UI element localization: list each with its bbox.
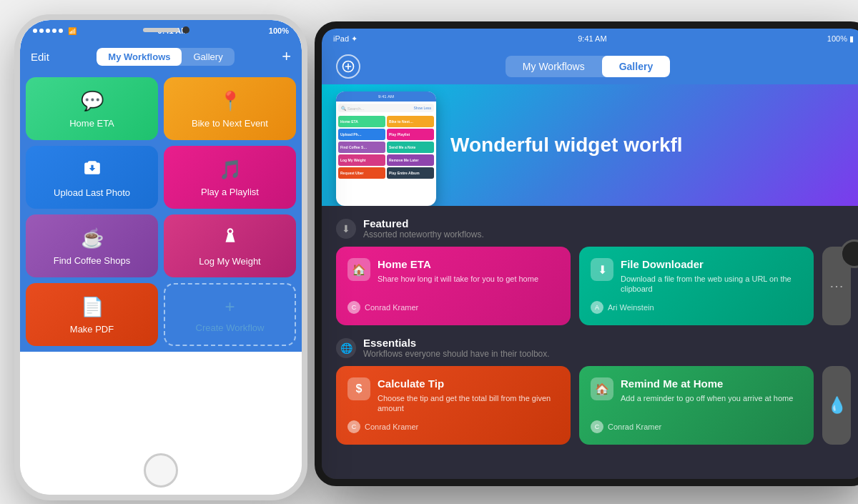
file-dl-author: Ari Weinstein bbox=[608, 303, 654, 312]
phone-frame: 📶 9:41 AM 100% Edit My Workflows Gallery… bbox=[14, 14, 307, 500]
pdf-label: Make PDF bbox=[70, 324, 114, 335]
remind-home-card[interactable]: 🏠 Remind Me at Home Add a reminder to go… bbox=[579, 366, 814, 445]
edit-button[interactable]: Edit bbox=[31, 51, 49, 63]
phone-speaker bbox=[143, 28, 179, 32]
home-eta-author: Conrad Kramer bbox=[365, 303, 418, 312]
remind-home-header: 🏠 Remind Me at Home Add a reminder to go… bbox=[591, 377, 802, 403]
phone-screen: 📶 9:41 AM 100% Edit My Workflows Gallery… bbox=[20, 20, 302, 495]
ipad-time: 9:41 AM bbox=[578, 34, 606, 43]
remind-home-author: Conrad Kramer bbox=[608, 423, 661, 431]
featured-subtitle: Assorted noteworthy workflows. bbox=[363, 229, 484, 239]
featured-section-header: ⬇ Featured Assorted noteworthy workflows… bbox=[336, 217, 851, 239]
upload-label: Upload Last Photo bbox=[54, 187, 130, 199]
pdf-icon: 📄 bbox=[81, 296, 104, 318]
play-label: Play a Playlist bbox=[201, 187, 259, 198]
hero-screenshot-preview: 9:41 AM 🔍 Search... Show Less Home ETA B… bbox=[336, 92, 436, 206]
ss-tile-6: Send Me a Note bbox=[387, 142, 434, 153]
create-plus-icon: + bbox=[225, 297, 235, 317]
essentials-card-row: $ Calculate Tip Choose the tip and get t… bbox=[336, 366, 851, 445]
essentials-section-info: Essentials Workflows everyone should hav… bbox=[363, 337, 550, 359]
calc-tip-text: Calculate Tip Choose the tip and get the… bbox=[378, 377, 559, 414]
tile-find-coffee[interactable]: ☕ Find Coffee Shops bbox=[26, 214, 158, 277]
essentials-icon: 🌐 bbox=[336, 338, 356, 358]
ss-tile-1: Home ETA bbox=[338, 116, 385, 127]
tile-create-workflow[interactable]: + Create Workflow bbox=[164, 283, 296, 346]
hero-headline: Wonderful widget workfl bbox=[450, 84, 697, 206]
essentials-subtitle: Workflows everyone should have in their … bbox=[363, 349, 550, 359]
essentials-overflow-card: 💧 bbox=[822, 366, 851, 445]
remind-home-footer: C Conrad Kramer bbox=[591, 420, 802, 433]
tile-log-weight[interactable]: Log My Weight bbox=[164, 214, 296, 277]
bike-label: Bike to Next Event bbox=[192, 118, 268, 129]
file-dl-icon: ⬇ bbox=[591, 258, 613, 281]
essentials-title: Essentials bbox=[363, 337, 550, 349]
file-dl-title: File Downloader bbox=[621, 258, 802, 271]
calc-tip-header: $ Calculate Tip Choose the tip and get t… bbox=[347, 377, 559, 414]
tile-make-pdf[interactable]: 📄 Make PDF bbox=[26, 283, 158, 346]
weight-icon bbox=[221, 227, 240, 250]
home-button[interactable] bbox=[144, 453, 178, 488]
phone-nav-bar: Edit My Workflows Gallery + bbox=[20, 41, 302, 71]
bike-icon: 📍 bbox=[219, 90, 242, 112]
remind-home-avatar: C bbox=[591, 420, 603, 433]
music-icon: 🎵 bbox=[219, 159, 242, 181]
ipad-frame: iPad ✦ 9:41 AM 100% ▮ My Workflows Galle… bbox=[315, 21, 858, 486]
tile-home-eta[interactable]: 💬 Home ETA bbox=[26, 77, 158, 140]
calc-tip-card[interactable]: $ Calculate Tip Choose the tip and get t… bbox=[336, 366, 571, 445]
tile-bike-next[interactable]: 📍 Bike to Next Event bbox=[164, 77, 296, 140]
remind-home-desc: Add a reminder to go off when you arrive… bbox=[621, 393, 793, 403]
coffee-label: Find Coffee Shops bbox=[54, 255, 130, 267]
ipad-tab-gallery[interactable]: Gallery bbox=[602, 56, 670, 77]
ipad-status-left: iPad ✦ bbox=[333, 34, 358, 44]
calc-tip-footer: C Conrad Kramer bbox=[347, 420, 559, 433]
home-eta-card-text: Home ETA Share how long it will take for… bbox=[378, 258, 538, 284]
home-eta-card-desc: Share how long it will take for you to g… bbox=[378, 274, 538, 284]
home-eta-card-title: Home ETA bbox=[378, 258, 538, 271]
featured-card-row: 🏠 Home ETA Share how long it will take f… bbox=[336, 247, 851, 325]
tab-my-workflows[interactable]: My Workflows bbox=[97, 48, 182, 66]
ss-tile-7: Log My Weight bbox=[338, 154, 385, 166]
phone-camera bbox=[182, 26, 189, 34]
home-eta-card-footer: C Conrad Kramer bbox=[347, 301, 559, 314]
app-logo bbox=[336, 54, 360, 79]
home-eta-label: Home ETA bbox=[69, 118, 114, 129]
file-dl-footer: A Ari Weinstein bbox=[591, 301, 802, 314]
home-eta-icon: 💬 bbox=[81, 90, 104, 112]
upload-icon bbox=[83, 158, 102, 182]
file-dl-text: File Downloader Download a file from the… bbox=[621, 258, 802, 295]
create-label: Create Workflow bbox=[196, 322, 265, 334]
ipad-tab-my-workflows[interactable]: My Workflows bbox=[506, 56, 602, 77]
ss-status-bar: 9:41 AM bbox=[336, 92, 436, 102]
ss-tile-grid: Home ETA Bike to Next… Upload Ph… Play P… bbox=[336, 114, 436, 180]
ss-tile-5: Find Coffee S… bbox=[338, 142, 385, 153]
phone-device: 📶 9:41 AM 100% Edit My Workflows Gallery… bbox=[14, 14, 307, 500]
ipad-device: iPad ✦ 9:41 AM 100% ▮ My Workflows Galle… bbox=[315, 21, 858, 486]
ss-tile-3: Upload Ph… bbox=[338, 129, 385, 140]
home-eta-avatar: C bbox=[347, 301, 360, 314]
ipad-screen: iPad ✦ 9:41 AM 100% ▮ My Workflows Galle… bbox=[322, 29, 858, 479]
tile-play-playlist[interactable]: 🎵 Play a Playlist bbox=[164, 146, 296, 209]
ipad-content-area: ⬇ Featured Assorted noteworthy workflows… bbox=[322, 206, 858, 468]
file-downloader-card[interactable]: ⬇ File Downloader Download a file from t… bbox=[579, 247, 814, 325]
ss-tile-2: Bike to Next… bbox=[387, 116, 434, 127]
ss-search-bar: 🔍 Search... Show Less bbox=[338, 104, 434, 112]
essentials-section-header: 🌐 Essentials Workflows everyone should h… bbox=[336, 337, 851, 359]
ss-tile-8: Remove Me Later bbox=[387, 154, 434, 166]
tab-gallery[interactable]: Gallery bbox=[182, 48, 234, 66]
calc-tip-title: Calculate Tip bbox=[378, 377, 559, 390]
tile-upload-photo[interactable]: Upload Last Photo bbox=[26, 146, 158, 209]
ipad-status-bar: iPad ✦ 9:41 AM 100% ▮ bbox=[322, 29, 858, 49]
featured-icon: ⬇ bbox=[336, 219, 356, 239]
featured-section-info: Featured Assorted noteworthy workflows. bbox=[363, 217, 484, 239]
remind-home-title: Remind Me at Home bbox=[621, 377, 793, 390]
calc-tip-author: Conrad Kramer bbox=[365, 423, 418, 431]
ss-tile-10: Play Entire Album bbox=[387, 167, 434, 179]
remind-home-text: Remind Me at Home Add a reminder to go o… bbox=[621, 377, 793, 403]
battery-indicator: 100% bbox=[269, 26, 289, 35]
add-workflow-button[interactable]: + bbox=[282, 47, 291, 66]
ipad-tab-group: My Workflows Gallery bbox=[506, 56, 670, 77]
home-eta-card-header: 🏠 Home ETA Share how long it will take f… bbox=[347, 258, 559, 284]
ipad-hero-banner: 9:41 AM 🔍 Search... Show Less Home ETA B… bbox=[322, 84, 858, 206]
home-eta-card[interactable]: 🏠 Home ETA Share how long it will take f… bbox=[336, 247, 571, 325]
calc-tip-icon: $ bbox=[347, 377, 370, 400]
